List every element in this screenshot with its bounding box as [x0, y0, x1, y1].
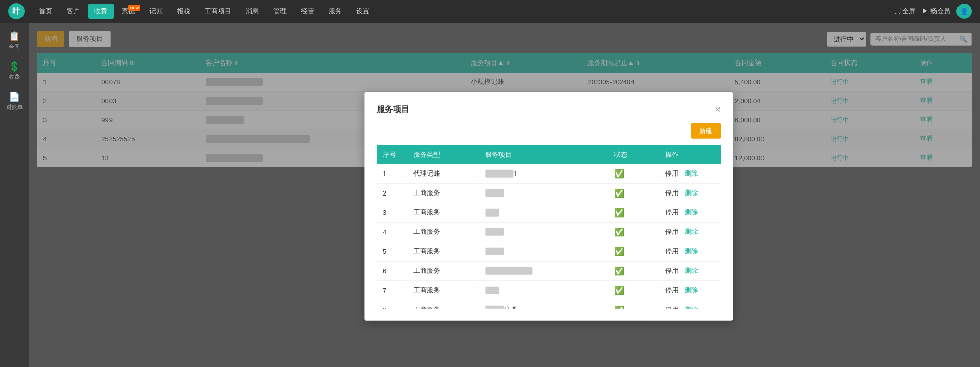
nav-item-manage[interactable]: 管理	[267, 4, 293, 19]
modal-col-status: 状态	[608, 144, 659, 164]
modal-cell-type: 工商服务	[407, 261, 479, 280]
delete-button[interactable]: 删除	[685, 228, 698, 235]
modal-new-button[interactable]: 新建	[691, 123, 721, 138]
delete-button[interactable]: 删除	[685, 306, 698, 309]
modal-cell-action: 停用 删除	[659, 300, 721, 309]
modal-cell-seq: 6	[377, 261, 407, 280]
stop-button[interactable]: 停用	[665, 228, 679, 235]
stop-button[interactable]: 停用	[665, 247, 679, 255]
modal-cell-type: 工商服务	[407, 300, 479, 309]
modal-title: 服务项目	[377, 104, 409, 115]
fee-icon: 💲	[4, 61, 25, 72]
modal-cell-item: ████	[479, 183, 608, 203]
modal-cell-seq: 7	[377, 280, 407, 300]
delete-button[interactable]: 删除	[685, 208, 698, 216]
sidebar-item-reconcile-label: 对账单	[4, 103, 25, 111]
modal-cell-item: ██████████	[479, 261, 608, 280]
user-avatar[interactable]: 👤	[956, 4, 972, 19]
modal-col-item: 服务项目	[479, 144, 608, 164]
modal-cell-seq: 4	[377, 222, 407, 242]
sidebar-item-contract[interactable]: 📋 合同	[2, 27, 27, 55]
content-area: 新增 服务项目 进行中 全部 已完成 已终止 🔍 序号 合同	[29, 23, 980, 367]
modal-table-row: 2 工商服务 ████ ✅ 停用 删除	[377, 183, 721, 203]
new-badge: new	[128, 5, 140, 11]
main-layout: 📋 合同 💲 收费 📄 对账单 新增 服务项目 进行中 全部 已完成 已终止	[0, 23, 980, 367]
stop-button[interactable]: 停用	[665, 169, 679, 177]
modal-cell-type: 代理记账	[407, 164, 479, 183]
delete-button[interactable]: 删除	[685, 286, 698, 294]
modal-cell-status: ✅	[608, 183, 659, 203]
sidebar-item-contract-label: 合同	[4, 43, 25, 51]
service-items-modal: 服务项目 × 新建 序号 服务类型 服务项目 状态 操作	[364, 92, 733, 320]
nav-item-service[interactable]: 服务	[322, 4, 348, 19]
delete-button[interactable]: 删除	[685, 247, 698, 255]
modal-cell-type: 工商服务	[407, 222, 479, 242]
nav-item-bookkeep[interactable]: 记账	[143, 4, 169, 19]
modal-cell-item: ████	[479, 222, 608, 242]
stop-button[interactable]: 停用	[665, 208, 679, 216]
nav-item-bill[interactable]: 票据new	[116, 4, 141, 19]
modal-cell-type: 工商服务	[407, 203, 479, 222]
fullscreen-btn[interactable]: ⛶ 全屏	[894, 7, 916, 16]
stop-button[interactable]: 停用	[665, 267, 679, 274]
nav-item-operation[interactable]: 经营	[295, 4, 320, 19]
modal-cell-action: 停用 删除	[659, 261, 721, 280]
sidebar-item-fee[interactable]: 💲 收费	[2, 57, 27, 85]
reconcile-icon: 📄	[4, 91, 25, 102]
modal-cell-status: ✅	[608, 280, 659, 300]
modal-header: 服务项目 ×	[377, 104, 721, 115]
nav-item-message[interactable]: 消息	[239, 4, 265, 19]
modal-table-row: 1 代理记账 ██████1 ✅ 停用 删除	[377, 164, 721, 183]
modal-table-wrapper: 序号 服务类型 服务项目 状态 操作 1 代理记账 ██████1 ✅	[377, 144, 721, 308]
modal-cell-action: 停用 删除	[659, 183, 721, 203]
stop-button[interactable]: 停用	[665, 286, 679, 294]
modal-cell-status: ✅	[608, 222, 659, 242]
modal-cell-seq: 2	[377, 183, 407, 203]
modal-table-row: 8 工商服务 ████注册 ✅ 停用 删除	[377, 300, 721, 309]
modal-cell-seq: 3	[377, 203, 407, 222]
modal-cell-type: 工商服务	[407, 242, 479, 261]
stop-button[interactable]: 停用	[665, 189, 679, 197]
modal-close-button[interactable]: ×	[715, 105, 721, 114]
app-logo: 叶	[8, 3, 25, 19]
modal-table-row: 6 工商服务 ██████████ ✅ 停用 删除	[377, 261, 721, 280]
nav-item-tax[interactable]: 报税	[171, 4, 197, 19]
modal-table-row: 5 工商服务 ████ ✅ 停用 删除	[377, 242, 721, 261]
modal-cell-type: 工商服务	[407, 183, 479, 203]
modal-cell-item: ████	[479, 242, 608, 261]
sidebar-item-reconcile[interactable]: 📄 对账单	[2, 87, 27, 115]
stop-button[interactable]: 停用	[665, 306, 679, 309]
modal-cell-status: ✅	[608, 261, 659, 280]
modal-cell-status: ✅	[608, 242, 659, 261]
modal-cell-action: 停用 删除	[659, 280, 721, 300]
nav-item-client[interactable]: 客户	[60, 4, 86, 19]
delete-button[interactable]: 删除	[685, 169, 698, 177]
modal-cell-action: 停用 删除	[659, 242, 721, 261]
modal-cell-item: ███	[479, 203, 608, 222]
sidebar: 📋 合同 💲 收费 📄 对账单	[0, 23, 29, 367]
modal-table-row: 4 工商服务 ████ ✅ 停用 删除	[377, 222, 721, 242]
modal-cell-action: 停用 删除	[659, 203, 721, 222]
service-items-table: 序号 服务类型 服务项目 状态 操作 1 代理记账 ██████1 ✅	[377, 144, 721, 308]
nav-item-fee[interactable]: 收费	[88, 4, 114, 19]
nav-item-settings[interactable]: 设置	[350, 4, 376, 19]
sidebar-item-fee-label: 收费	[4, 73, 25, 81]
top-navigation: 叶 首页 客户 收费 票据new 记账 报税 工商项目 消息 管理 经营 服务 …	[0, 0, 980, 23]
member-btn[interactable]: ▶ 畅会员	[922, 7, 950, 16]
modal-cell-seq: 5	[377, 242, 407, 261]
modal-toolbar: 新建	[377, 123, 721, 138]
nav-item-home[interactable]: 首页	[33, 4, 58, 19]
modal-cell-seq: 1	[377, 164, 407, 183]
nav-item-bizproject[interactable]: 工商项目	[199, 4, 237, 19]
delete-button[interactable]: 删除	[685, 189, 698, 197]
modal-cell-item: ████注册	[479, 300, 608, 309]
modal-cell-action: 停用 删除	[659, 164, 721, 183]
modal-cell-item: ███	[479, 280, 608, 300]
modal-cell-action: 停用 删除	[659, 222, 721, 242]
modal-table-row: 7 工商服务 ███ ✅ 停用 删除	[377, 280, 721, 300]
top-nav-right: ⛶ 全屏 ▶ 畅会员 👤	[894, 4, 972, 19]
modal-cell-seq: 8	[377, 300, 407, 309]
modal-col-action: 操作	[659, 144, 721, 164]
delete-button[interactable]: 删除	[685, 267, 698, 274]
modal-cell-status: ✅	[608, 164, 659, 183]
